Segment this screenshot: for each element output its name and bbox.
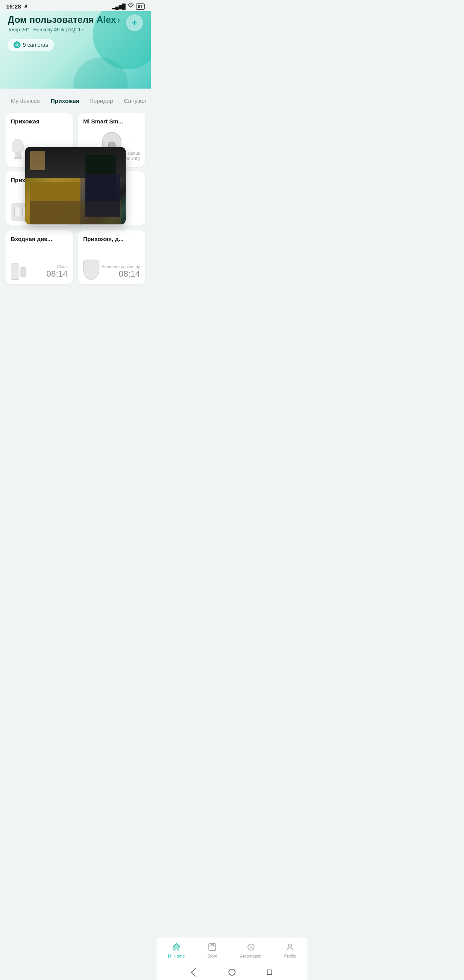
camera-icon — [14, 41, 20, 48]
device-name: Прихожая — [11, 118, 68, 125]
status-icons: ▂▄▆█ 67 — [112, 3, 145, 10]
device-name: Mi Smart Sm... — [83, 118, 140, 125]
motion-icon — [83, 260, 99, 280]
status-bar: 16:28 ✗ ▂▄▆█ 67 — [0, 0, 151, 11]
header-area: Дом пользователя Alex › Temp 26° | Humid… — [0, 11, 151, 89]
home-title[interactable]: Дом пользователя Alex › — [8, 14, 126, 25]
content-space — [0, 292, 151, 393]
tab-prichozhaya[interactable]: Прихожая — [46, 95, 84, 106]
device-status: Someone passes by 08:14 — [101, 264, 140, 279]
door-icon — [11, 263, 26, 280]
status-label: Someone passes by — [101, 264, 140, 269]
device-name: Прихожая, д... — [83, 236, 140, 242]
status-time: 16:28 ✗ — [6, 3, 28, 10]
status-value: 08:14 — [101, 269, 140, 279]
bulb-icon — [11, 139, 25, 162]
camera-overlay[interactable] — [25, 147, 126, 224]
tab-my-devices[interactable]: My devices — [6, 95, 44, 106]
battery-indicator: 67 — [136, 3, 145, 10]
signal-icon: ▂▄▆█ — [112, 3, 125, 9]
device-status: Close 08:14 — [46, 264, 68, 279]
add-button[interactable] — [126, 14, 143, 31]
status-value: 08:14 — [46, 269, 68, 279]
camera-feed — [25, 147, 126, 224]
tabs-container: My devices Прихожая Коридор Санузел — [0, 89, 151, 109]
status-label: Close — [46, 264, 68, 269]
header-info: Дом пользователя Alex › Temp 26° | Humid… — [8, 14, 126, 32]
time-display: 16:28 — [6, 3, 21, 10]
cameras-count: 9 cameras — [23, 42, 48, 48]
header-top: Дом пользователя Alex › Temp 26° | Humid… — [8, 11, 143, 32]
chevron-icon: › — [118, 16, 120, 24]
device-card-door[interactable]: Входная две... Close 08:14 — [5, 230, 73, 284]
bluetooth-icon: ✗ — [24, 4, 28, 9]
tab-koridor[interactable]: Коридор — [85, 95, 118, 106]
wifi-icon — [128, 3, 134, 9]
device-name: Входная две... — [11, 236, 68, 242]
svg-point-3 — [16, 44, 18, 46]
cameras-badge[interactable]: 9 cameras — [8, 39, 54, 51]
tab-sanuzel[interactable]: Санузел — [119, 95, 151, 106]
device-card-motion[interactable]: Прихожая, д... Someone passes by 08:14 — [78, 230, 145, 284]
weather-info: Temp 26° | Humidity 49% | AQI 17 — [8, 27, 126, 32]
